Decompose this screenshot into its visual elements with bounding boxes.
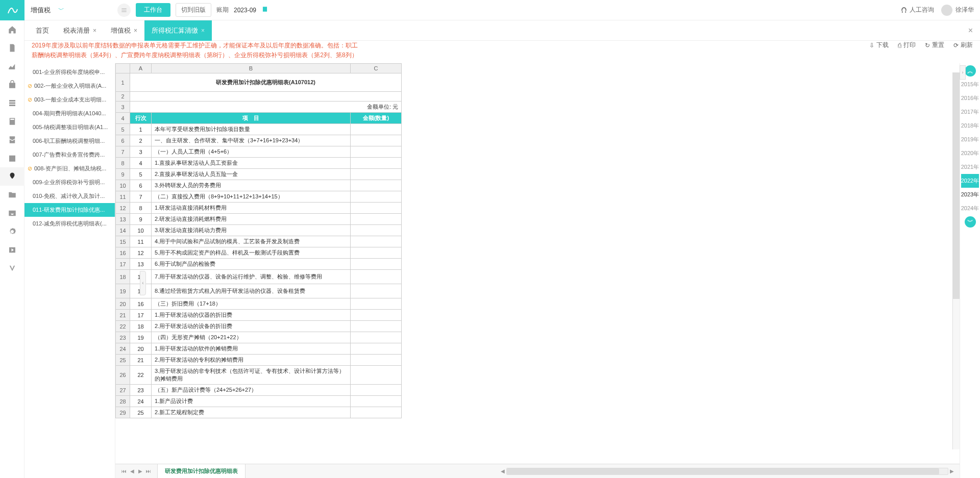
year-item[interactable]: 2015年 bbox=[961, 78, 979, 91]
tab-首页[interactable]: 首页 bbox=[29, 20, 56, 41]
form-list-item[interactable]: 001-企业所得税年度纳税申... bbox=[24, 65, 115, 79]
item-cell[interactable]: 一、自主研发、合作研发、集中研发（3+7+16+19+23+34） bbox=[152, 135, 351, 146]
corner-cell[interactable] bbox=[116, 64, 130, 73]
tab-close-icon[interactable]: × bbox=[201, 27, 205, 34]
year-down-icon[interactable]: ︾ bbox=[965, 216, 976, 228]
year-item[interactable]: 2018年 bbox=[961, 119, 979, 133]
amount-cell[interactable] bbox=[351, 124, 402, 135]
row-header[interactable]: 12 bbox=[116, 203, 130, 214]
nav-settings-icon[interactable] bbox=[0, 222, 24, 241]
sheet-nav-prev-icon[interactable]: ◀ bbox=[129, 468, 136, 475]
row-header[interactable]: 20 bbox=[116, 298, 130, 310]
amount-cell[interactable] bbox=[351, 298, 402, 310]
horizontal-scrollbar[interactable] bbox=[506, 468, 948, 475]
amount-cell[interactable] bbox=[351, 284, 402, 298]
row-header[interactable]: 10 bbox=[116, 180, 130, 191]
nav-tax-icon[interactable] bbox=[0, 167, 24, 186]
amount-cell[interactable] bbox=[351, 169, 402, 180]
amount-cell[interactable] bbox=[351, 191, 402, 203]
item-cell[interactable]: 2.研发活动直接消耗燃料费用 bbox=[152, 214, 351, 225]
item-cell[interactable]: 7.用于研发活动的仪器、设备的运行维护、调整、检验、维修等费用 bbox=[152, 270, 351, 284]
collapse-handle[interactable]: ‹ bbox=[140, 271, 146, 295]
amount-cell[interactable] bbox=[351, 259, 402, 270]
row-header[interactable]: 23 bbox=[116, 332, 130, 343]
amount-cell[interactable] bbox=[351, 225, 402, 236]
row-header[interactable]: 28 bbox=[116, 396, 130, 407]
nav-inbox-icon[interactable] bbox=[0, 204, 24, 222]
form-list-item[interactable]: 006-职工薪酬纳税调整明细... bbox=[24, 134, 115, 148]
tab-税表清册[interactable]: 税表清册× bbox=[56, 20, 104, 41]
item-cell[interactable]: 1.新产品设计费 bbox=[152, 396, 351, 407]
form-list-item[interactable]: ⊘003-一般企业成本支出明细... bbox=[24, 93, 115, 107]
row-header[interactable]: 5 bbox=[116, 124, 130, 135]
sheet-nav-next-icon[interactable]: ▶ bbox=[137, 468, 144, 475]
item-cell[interactable]: 1.用于研发活动的仪器的折旧费 bbox=[152, 310, 351, 321]
nav-chart-icon[interactable] bbox=[0, 57, 24, 76]
sheet-nav-last-icon[interactable]: ⏭ bbox=[145, 468, 152, 475]
row-header[interactable]: 13 bbox=[116, 214, 130, 225]
year-expand-handle[interactable]: › bbox=[960, 65, 966, 80]
nav-bag-icon[interactable] bbox=[0, 76, 24, 94]
hscroll-left-icon[interactable]: ◀ bbox=[499, 468, 506, 475]
form-list-item[interactable]: ⊘002-一般企业收入明细表(A... bbox=[24, 79, 115, 93]
year-item[interactable]: 2017年 bbox=[961, 105, 979, 119]
row-header[interactable]: 27 bbox=[116, 385, 130, 396]
form-list-item[interactable]: 011-研发费用加计扣除优惠... bbox=[24, 203, 115, 217]
sheet-nav-first-icon[interactable]: ⏮ bbox=[120, 468, 128, 475]
refresh-button[interactable]: ⟳ 刷新 bbox=[953, 41, 973, 49]
print-button[interactable]: ⎙ 打印 bbox=[898, 41, 916, 49]
item-cell[interactable]: 3.用于研发活动的非专利技术（包括许可证、专有技术、设计和计算方法等）的摊销费用 bbox=[152, 366, 351, 385]
tab-close-icon[interactable]: × bbox=[134, 27, 137, 34]
item-cell[interactable]: 2.直接从事研发活动人员五险一金 bbox=[152, 169, 351, 180]
row-header[interactable]: 24 bbox=[116, 343, 130, 355]
row-header[interactable]: 25 bbox=[116, 355, 130, 366]
row-header[interactable]: 4 bbox=[116, 113, 130, 124]
calendar-icon[interactable] bbox=[261, 6, 268, 14]
amount-cell[interactable] bbox=[351, 214, 402, 225]
nav-calendar-icon[interactable] bbox=[0, 149, 24, 167]
amount-cell[interactable] bbox=[351, 343, 402, 355]
row-header[interactable]: 17 bbox=[116, 259, 130, 270]
row-header[interactable]: 22 bbox=[116, 321, 130, 332]
item-cell[interactable]: 1.用于研发活动的软件的摊销费用 bbox=[152, 343, 351, 355]
col-header-c[interactable]: C bbox=[351, 64, 402, 73]
item-cell[interactable]: 8.通过经营租赁方式租入的用于研发活动的仪器、设备租赁费 bbox=[152, 284, 351, 298]
year-item[interactable]: 2022年 bbox=[961, 174, 979, 188]
year-item[interactable]: 2021年 bbox=[961, 160, 979, 174]
row-header[interactable]: 16 bbox=[116, 247, 130, 259]
tab-所得税汇算清缴[interactable]: 所得税汇算清缴× bbox=[144, 20, 212, 41]
amount-cell[interactable] bbox=[351, 135, 402, 146]
row-header[interactable]: 9 bbox=[116, 169, 130, 180]
spreadsheet[interactable]: A B C 1研发费用加计扣除优惠明细表(A107012)23金额单位: 元4行… bbox=[115, 63, 402, 418]
item-cell[interactable]: 本年可享受研发费用加计扣除项目数量 bbox=[152, 124, 351, 135]
amount-cell[interactable] bbox=[351, 146, 402, 158]
nav-badge-icon[interactable] bbox=[0, 131, 24, 149]
item-cell[interactable]: 1.直接从事研发活动人员工资薪金 bbox=[152, 158, 351, 169]
form-list-item[interactable]: 012-减免所得税优惠明细表(... bbox=[24, 217, 115, 231]
round-menu-icon[interactable] bbox=[117, 4, 131, 17]
row-header[interactable]: 11 bbox=[116, 191, 130, 203]
item-cell[interactable]: 4.用于中间试验和产品试制的模具、工艺装备开发及制造费 bbox=[152, 236, 351, 247]
item-cell[interactable]: 3.研发活动直接消耗动力费用 bbox=[152, 225, 351, 236]
form-list-item[interactable]: 005-纳税调整项目明细表(A1... bbox=[24, 120, 115, 134]
sheet-tab[interactable]: 研发费用加计扣除优惠明细表 bbox=[157, 464, 246, 478]
download-button[interactable]: ⇩ 下载 bbox=[869, 41, 889, 49]
row-header[interactable]: 2 bbox=[116, 92, 130, 102]
item-cell[interactable]: 2.用于研发活动的设备的折旧费 bbox=[152, 321, 351, 332]
amount-cell[interactable] bbox=[351, 396, 402, 407]
form-list-item[interactable]: 007-广告费和业务宣传费跨... bbox=[24, 148, 115, 162]
amount-cell[interactable] bbox=[351, 203, 402, 214]
item-cell[interactable]: 3.外聘研发人员的劳务费用 bbox=[152, 180, 351, 191]
nav-calc-icon[interactable] bbox=[0, 112, 24, 131]
nav-folder-icon[interactable] bbox=[0, 186, 24, 204]
nav-doc-icon[interactable] bbox=[0, 39, 24, 57]
amount-cell[interactable] bbox=[351, 385, 402, 396]
row-header[interactable]: 14 bbox=[116, 225, 130, 236]
workbench-button[interactable]: 工作台 bbox=[136, 3, 170, 17]
reset-button[interactable]: ↻ 重置 bbox=[925, 41, 944, 49]
item-cell[interactable]: 5.用于不构成固定资产的样品、样机及一般测试手段购置费 bbox=[152, 247, 351, 259]
item-cell[interactable]: 6.用于试制产品的检验费 bbox=[152, 259, 351, 270]
form-list-item[interactable]: 009-企业所得税弥补亏损明... bbox=[24, 175, 115, 189]
form-list-item[interactable]: 010-免税、减计收入及加计... bbox=[24, 189, 115, 203]
row-header[interactable]: 19 bbox=[116, 284, 130, 298]
